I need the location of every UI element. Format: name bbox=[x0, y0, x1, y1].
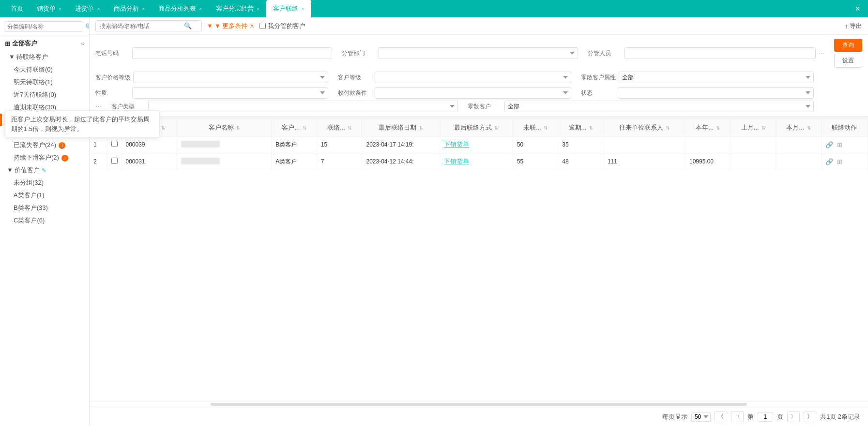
dept-select[interactable] bbox=[379, 47, 579, 59]
sidebar-all-customers[interactable]: ⊞ 全部客户 « bbox=[0, 36, 89, 51]
query-button[interactable]: 查询 bbox=[834, 39, 862, 52]
sidebar-value-customers[interactable]: ▼ 价值客户 ✎ bbox=[0, 164, 89, 176]
row-checkbox-2[interactable] bbox=[111, 158, 118, 164]
sort-last-method[interactable]: ⇅ bbox=[494, 125, 498, 131]
tab-home[interactable]: 首页 bbox=[4, 0, 30, 17]
close-all-tabs[interactable]: × bbox=[851, 4, 864, 14]
phone-input[interactable] bbox=[132, 47, 332, 59]
sidebar-item-today[interactable]: 今天待联络(0) bbox=[0, 63, 89, 76]
tab-sales-order[interactable]: 销货单 × bbox=[30, 0, 68, 17]
sidebar-item-c-class[interactable]: C类客户(6) bbox=[0, 214, 89, 227]
sort-code[interactable]: ⇅ bbox=[161, 125, 165, 131]
first-page-btn[interactable]: 《 bbox=[715, 411, 727, 422]
col-unit-contact[interactable]: 往来单位联系人 ⇅ bbox=[603, 119, 685, 136]
sidebar-item-7days[interactable]: 近7天待联络(0) bbox=[0, 88, 89, 101]
close-sales-order[interactable]: × bbox=[59, 6, 61, 12]
sidebar-collapse-btn[interactable]: « bbox=[81, 40, 84, 47]
col-last-date[interactable]: 最后联络日期 ⇅ bbox=[362, 119, 440, 136]
retail-attr-select[interactable]: 全部 bbox=[619, 72, 814, 83]
manager-more-btn[interactable]: ··· bbox=[819, 49, 824, 57]
col-current-month[interactable]: 本月... ⇅ bbox=[776, 119, 822, 136]
filter-customer-grade: 客户等级 bbox=[338, 72, 571, 83]
col-overdue[interactable]: 逾期... ⇅ bbox=[558, 119, 604, 136]
sidebar-item-a-class[interactable]: A类客户(1) bbox=[0, 189, 89, 202]
status-select[interactable] bbox=[618, 87, 814, 99]
settings-button[interactable]: 设置 bbox=[834, 54, 862, 68]
sidebar-item-tomorrow[interactable]: 明天待联络(1) bbox=[0, 76, 89, 88]
sidebar-search-icon[interactable]: 🔍 bbox=[85, 23, 90, 30]
sort-uncontacted[interactable]: ⇅ bbox=[544, 125, 548, 131]
per-page-select[interactable]: 50 bbox=[691, 412, 711, 422]
sidebar-item-churned[interactable]: 已流失客户(24) i bbox=[0, 139, 89, 151]
search-icon[interactable]: 🔍 bbox=[184, 22, 192, 29]
gender-select[interactable] bbox=[132, 87, 328, 99]
sort-last-month[interactable]: ⇅ bbox=[761, 125, 765, 131]
col-contact-count[interactable]: 联络... ⇅ bbox=[317, 119, 362, 136]
cell-actions-1: 🔗 ⊞ bbox=[821, 136, 868, 153]
price-grade-select[interactable] bbox=[133, 72, 328, 83]
tab-product-list[interactable]: 商品分析列表 × bbox=[152, 0, 209, 17]
col-last-month[interactable]: 上月... ⇅ bbox=[731, 119, 776, 136]
cell-current-year-1 bbox=[685, 136, 731, 153]
filter-more-dots[interactable]: ··· bbox=[95, 102, 102, 111]
row-checkbox-1[interactable] bbox=[111, 141, 118, 147]
sort-last-date[interactable]: ⇅ bbox=[419, 125, 423, 131]
col-grade[interactable]: 客户... ⇅ bbox=[272, 119, 317, 136]
close-product-analysis[interactable]: × bbox=[142, 6, 145, 12]
col-name[interactable]: 客户名称 ⇅ bbox=[177, 119, 272, 136]
retail-customer-select[interactable]: 全部 bbox=[504, 101, 814, 112]
info-icon-churned[interactable]: i bbox=[59, 142, 65, 149]
more-conditions-btn[interactable]: ▼ ▼ 更多条件 ∧ bbox=[207, 22, 255, 30]
sidebar-item-declining[interactable]: 持续下滑客户(2) i bbox=[0, 151, 89, 164]
sidebar-item-ungrouped[interactable]: 未分组(32) bbox=[0, 176, 89, 189]
sort-name[interactable]: ⇅ bbox=[236, 125, 240, 131]
close-product-list[interactable]: × bbox=[199, 6, 202, 12]
sidebar-pending-contact[interactable]: ▼ 待联络客户 bbox=[0, 51, 89, 63]
sort-contact-count[interactable]: ⇅ bbox=[348, 125, 351, 131]
grid-action-icon-1[interactable]: ⊞ bbox=[837, 141, 842, 148]
next-page-btn[interactable]: 〉 bbox=[787, 411, 800, 422]
sidebar-search-input[interactable] bbox=[4, 21, 83, 32]
sidebar-item-b-class[interactable]: B类客户(33) bbox=[0, 202, 89, 214]
filter-phone: 电话号码 bbox=[95, 47, 332, 59]
cell-last-method-2[interactable]: 下销货单 bbox=[440, 153, 513, 170]
cell-last-date-2: 2023-04-12 14:44: bbox=[362, 153, 440, 170]
edit-icon-value[interactable]: ✎ bbox=[42, 167, 46, 174]
sort-unit-contact[interactable]: ⇅ bbox=[666, 125, 670, 131]
horizontal-scrollbar[interactable] bbox=[211, 403, 747, 406]
cell-current-month-2 bbox=[776, 153, 822, 170]
tab-product-analysis[interactable]: 商品分析 × bbox=[107, 0, 152, 17]
manager-input[interactable] bbox=[624, 47, 816, 59]
sort-overdue[interactable]: ⇅ bbox=[589, 125, 593, 131]
link-action-icon-1[interactable]: 🔗 bbox=[825, 141, 833, 148]
tab-purchase-order[interactable]: 进货单 × bbox=[68, 0, 107, 17]
sort-current-month[interactable]: ⇅ bbox=[807, 125, 811, 131]
name-blurred-2 bbox=[181, 158, 220, 164]
data-table-area: ⚙ 客户编码 ⇅ 客户名称 ⇅ bbox=[90, 119, 868, 401]
customer-grade-select[interactable] bbox=[375, 72, 571, 83]
col-last-method[interactable]: 最后联络方式 ⇅ bbox=[440, 119, 513, 136]
cell-last-method-1[interactable]: 下销货单 bbox=[440, 136, 513, 153]
sort-current-year[interactable]: ⇅ bbox=[716, 125, 720, 131]
search-box: 🔍 bbox=[95, 20, 202, 31]
export-btn[interactable]: ↑ 导出 bbox=[845, 22, 863, 30]
customer-type-select[interactable] bbox=[148, 101, 457, 112]
col-uncontacted[interactable]: 未联... ⇅ bbox=[513, 119, 558, 136]
my-customers-checkbox-area[interactable]: 我分管的客户 bbox=[259, 22, 305, 30]
search-input[interactable] bbox=[100, 23, 182, 29]
close-purchase-order[interactable]: × bbox=[97, 6, 100, 12]
my-customers-checkbox[interactable] bbox=[259, 23, 266, 29]
close-customer-contact[interactable]: × bbox=[301, 6, 304, 12]
sort-grade[interactable]: ⇅ bbox=[303, 125, 306, 131]
last-page-btn[interactable]: 》 bbox=[804, 411, 816, 422]
close-customer-tier[interactable]: × bbox=[257, 6, 259, 12]
payment-select[interactable] bbox=[375, 87, 571, 99]
grid-action-icon-2[interactable]: ⊞ bbox=[837, 158, 842, 165]
page-number-input[interactable] bbox=[758, 412, 773, 422]
link-action-icon-2[interactable]: 🔗 bbox=[825, 158, 833, 165]
tab-customer-tier[interactable]: 客户分层经营 × bbox=[209, 0, 266, 17]
tab-customer-contact[interactable]: 客户联络 × bbox=[266, 0, 311, 17]
prev-page-btn[interactable]: 〈 bbox=[731, 411, 744, 422]
col-current-year[interactable]: 本年... ⇅ bbox=[685, 119, 731, 136]
info-icon-declining[interactable]: i bbox=[61, 155, 68, 162]
